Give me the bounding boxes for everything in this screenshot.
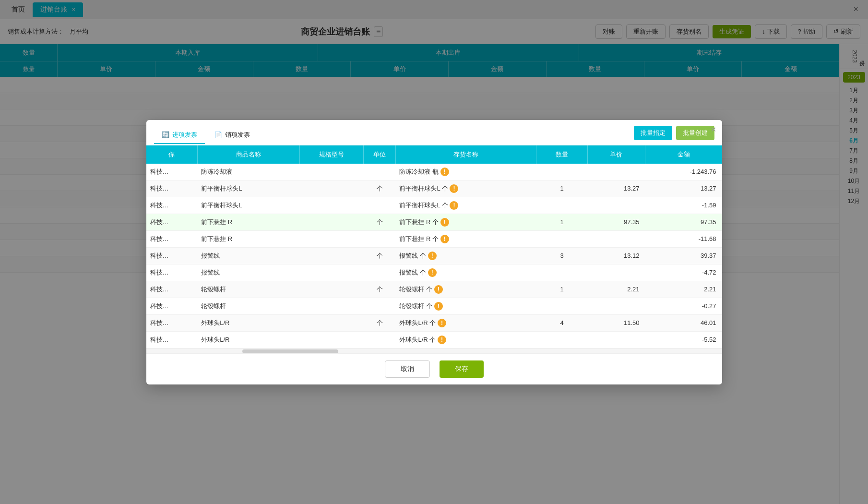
cell-unit: 个	[364, 314, 396, 331]
cell-amount: -5.52	[645, 331, 722, 348]
cell-unit: 个	[364, 247, 396, 264]
cell-product: 前下悬挂 R	[197, 230, 299, 247]
cell-spec	[299, 197, 363, 214]
col-qty: 数量	[536, 145, 588, 164]
cell-company: 科技…	[146, 197, 198, 214]
outgoing-tab-icon: 📄	[214, 131, 222, 139]
cell-unit-price	[587, 298, 645, 314]
col-unit: 单位	[364, 145, 396, 164]
cell-company: 科技…	[146, 264, 198, 281]
cell-qty: 3	[536, 247, 588, 264]
cell-spec	[299, 281, 363, 298]
cell-inventory: 前平衡杆球头L 个 !	[395, 197, 536, 214]
modal-close-button[interactable]: ×	[711, 125, 716, 135]
table-row: 科技… 防冻冷却液 防冻冷却液 瓶 ! -1,243.76	[146, 164, 722, 180]
warning-icon: !	[440, 218, 449, 227]
warning-icon: !	[434, 285, 443, 294]
cell-product: 前平衡杆球头L	[197, 197, 299, 214]
cell-amount: -11.68	[645, 230, 722, 247]
cell-company: 科技…	[146, 247, 198, 264]
table-row: 科技… 外球头L/R 外球头L/R 个 ! -5.52	[146, 331, 722, 348]
cell-unit-price	[587, 197, 645, 214]
table-row: 科技… 报警线 个 报警线 个 ! 3 13.12 39.37	[146, 247, 722, 264]
cell-unit	[364, 230, 396, 247]
col-inventory: 存货名称	[395, 145, 536, 164]
cell-product: 轮毂螺杆	[197, 281, 299, 298]
warning-icon: !	[438, 319, 446, 327]
cell-unit-price	[587, 264, 645, 281]
cell-amount: 13.27	[645, 180, 722, 197]
cell-product: 报警线	[197, 264, 299, 281]
cell-spec	[299, 264, 363, 281]
tab-outgoing-invoice[interactable]: 📄 销项发票	[207, 127, 258, 144]
modal-scrollbar[interactable]	[146, 348, 722, 353]
cell-product: 外球头L/R	[197, 314, 299, 331]
cell-spec	[299, 164, 363, 180]
cell-qty	[536, 164, 588, 180]
cell-amount: 2.21	[645, 281, 722, 298]
cell-unit-price: 2.21	[587, 281, 645, 298]
invoice-table: 你 商品名称 规格型号 单位 存货名称 数量 单价 金额 科技… 防冻冷却液	[146, 145, 722, 348]
table-row: 科技… 前下悬挂 R 个 前下悬挂 R 个 ! 1 97.35 97.35	[146, 214, 722, 230]
cell-qty	[536, 298, 588, 314]
cell-qty	[536, 264, 588, 281]
cell-product: 前平衡杆球头L	[197, 180, 299, 197]
cell-amount: -1.59	[645, 197, 722, 214]
modal-table-container[interactable]: 你 商品名称 规格型号 单位 存货名称 数量 单价 金额 科技… 防冻冷却液	[146, 145, 722, 348]
modal-footer: 取消 保存	[146, 353, 722, 384]
cell-amount: 39.37	[645, 247, 722, 264]
cell-inventory: 前下悬挂 R 个 !	[395, 214, 536, 230]
cell-inventory: 前平衡杆球头L 个 !	[395, 180, 536, 197]
cell-spec	[299, 214, 363, 230]
cell-unit-price	[587, 230, 645, 247]
cell-unit	[364, 264, 396, 281]
warning-icon: !	[440, 168, 449, 176]
cell-spec	[299, 331, 363, 348]
cell-inventory: 轮毂螺杆 个 !	[395, 281, 536, 298]
cancel-button[interactable]: 取消	[385, 360, 430, 378]
cell-company: 科技…	[146, 164, 198, 180]
cell-inventory: 报警线 个 !	[395, 247, 536, 264]
warning-icon: !	[450, 201, 458, 210]
cell-amount: -0.27	[645, 298, 722, 314]
cell-unit	[364, 164, 396, 180]
cell-spec	[299, 314, 363, 331]
table-row: 科技… 报警线 报警线 个 ! -4.72	[146, 264, 722, 281]
cell-amount: -1,243.76	[645, 164, 722, 180]
cell-company: 科技…	[146, 281, 198, 298]
cell-unit	[364, 197, 396, 214]
warning-icon: !	[450, 184, 458, 193]
cell-product: 前下悬挂 R	[197, 214, 299, 230]
tab-incoming-invoice[interactable]: 🔄 进项发票	[154, 127, 205, 144]
col-spec: 规格型号	[299, 145, 363, 164]
incoming-tab-icon: 🔄	[162, 131, 169, 139]
cell-spec	[299, 298, 363, 314]
cell-unit	[364, 331, 396, 348]
table-row: 科技… 轮毂螺杆 个 轮毂螺杆 个 ! 1 2.21 2.21	[146, 281, 722, 298]
cell-unit-price	[587, 164, 645, 180]
modal-scrollbar-thumb[interactable]	[242, 349, 338, 353]
cell-company: 科技…	[146, 214, 198, 230]
cell-spec	[299, 230, 363, 247]
cell-qty: 1	[536, 180, 588, 197]
table-row: 科技… 轮毂螺杆 轮毂螺杆 个 ! -0.27	[146, 298, 722, 314]
table-row: 科技… 外球头L/R 个 外球头L/R 个 ! 4 11.50 46.01	[146, 314, 722, 331]
cell-product: 轮毂螺杆	[197, 298, 299, 314]
cell-qty: 4	[536, 314, 588, 331]
batch-assign-button[interactable]: 批量指定	[634, 126, 672, 140]
table-header-row: 你 商品名称 规格型号 单位 存货名称 数量 单价 金额	[146, 145, 722, 164]
cell-qty: 1	[536, 281, 588, 298]
warning-icon: !	[428, 268, 437, 277]
cell-qty: 1	[536, 214, 588, 230]
cell-unit-price: 13.27	[587, 180, 645, 197]
cell-amount: 46.01	[645, 314, 722, 331]
modal-dialog: 🔄 进项发票 📄 销项发票 批量指定 批量创建 × 你 商品名称 规格型号	[146, 120, 722, 384]
cell-company: 科技…	[146, 298, 198, 314]
batch-create-button[interactable]: 批量创建	[676, 126, 714, 140]
save-button[interactable]: 保存	[440, 360, 484, 378]
cell-spec	[299, 180, 363, 197]
cell-unit-price	[587, 331, 645, 348]
cell-product: 外球头L/R	[197, 331, 299, 348]
cell-unit	[364, 298, 396, 314]
warning-icon: !	[440, 235, 449, 243]
